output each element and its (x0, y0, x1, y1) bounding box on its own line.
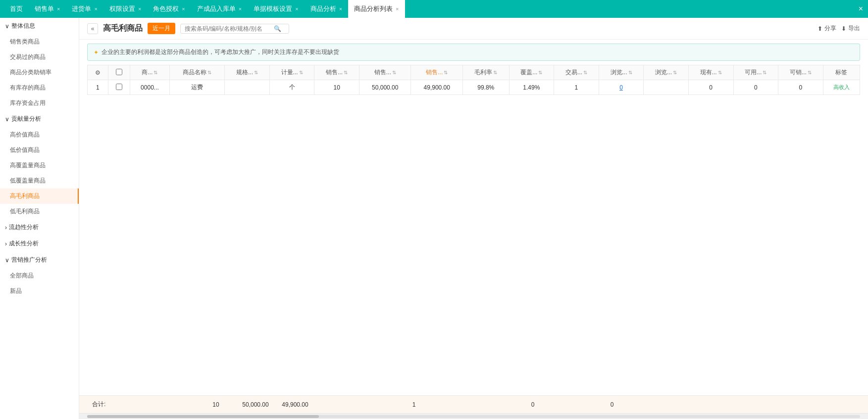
cell-spec (225, 80, 270, 95)
close-all-tabs[interactable]: × (859, 4, 863, 13)
horizontal-scrollbar[interactable] (79, 413, 868, 419)
col-checkbox[interactable] (108, 65, 130, 80)
close-sales-tab[interactable]: × (57, 6, 60, 12)
search-box: 🔍 (180, 24, 289, 34)
footer-browse1 (434, 401, 473, 408)
scrollbar-track[interactable] (87, 415, 860, 418)
nav-home[interactable]: 首页 (4, 0, 29, 18)
col-code[interactable]: 商...⇅ (130, 65, 170, 80)
col-sellable[interactable]: 可销...⇅ (778, 65, 823, 80)
cell-available: 0 (733, 80, 778, 95)
sidebar-item-new-goods[interactable]: 新品 (0, 283, 79, 299)
col-coverage[interactable]: 覆盖...⇅ (509, 65, 554, 80)
cell-sellable: 0 (778, 80, 823, 95)
scrollbar-thumb[interactable] (87, 415, 319, 418)
nav-sales[interactable]: 销售单 × (29, 0, 66, 18)
cell-sales-qty: 10 (314, 80, 359, 95)
col-spec[interactable]: 规格...⇅ (225, 65, 270, 80)
share-icon: ⬆ (817, 25, 822, 32)
close-role-tab[interactable]: × (182, 6, 185, 12)
export-button[interactable]: ⬇ 导出 (841, 24, 860, 33)
sidebar-item-all-goods[interactable]: 全部商品 (0, 268, 79, 283)
col-tag[interactable]: 标签 (823, 65, 860, 80)
cell-index: 1 (88, 80, 108, 95)
select-all-checkbox[interactable] (116, 69, 122, 75)
nav-product-analysis[interactable]: 商品分析 × (305, 0, 348, 18)
content-header: « 高毛利商品 近一月 🔍 ⬆ 分享 ⬇ 导出 (79, 18, 868, 40)
col-browse2[interactable]: 浏览...⇅ (644, 65, 689, 80)
close-permission-tab[interactable]: × (138, 6, 141, 12)
top-nav: 首页 销售单 × 进货单 × 权限设置 × 角色授权 × 产成品入库单 × 单据… (0, 0, 868, 18)
close-template-tab[interactable]: × (295, 6, 298, 12)
sidebar-group-contribution[interactable]: ∨ 贡献量分析 (0, 111, 79, 127)
sidebar-item-stock-capital[interactable]: 库存资金占用 (0, 95, 79, 111)
sidebar-item-low-coverage[interactable]: 低覆盖量商品 (0, 173, 79, 188)
close-analysis-tab[interactable]: × (339, 6, 342, 12)
col-sales-cost[interactable]: 销售...⇅ (411, 65, 463, 80)
close-product-storage-tab[interactable]: × (239, 6, 242, 12)
page-title: 高毛利商品 (103, 23, 143, 34)
cell-trade: 1 (554, 80, 599, 95)
cell-browse2 (644, 80, 689, 95)
search-input[interactable] (185, 25, 274, 32)
nav-purchase[interactable]: 进货单 × (66, 0, 103, 18)
close-purchase-tab[interactable]: × (94, 6, 97, 12)
sidebar-item-high-margin[interactable]: 高毛利商品 (0, 188, 79, 204)
cell-checkbox[interactable] (108, 80, 130, 95)
cell-sales-cost: 49,900.00 (411, 80, 463, 95)
sidebar-group-overall[interactable]: ∨ 整体信息 (0, 18, 79, 34)
col-unit[interactable]: 计量...⇅ (269, 65, 314, 80)
col-settings[interactable]: ⚙ (88, 65, 108, 80)
sidebar-item-high-coverage[interactable]: 高覆盖量商品 (0, 158, 79, 173)
sidebar-item-traded-goods[interactable]: 交易过的商品 (0, 49, 79, 65)
table-container[interactable]: ⚙ 商...⇅ 商品名称⇅ 规格...⇅ 计量...⇅ 销售...⇅ 销售...… (79, 65, 868, 395)
sidebar-group-growth[interactable]: › 成长性分析 (0, 235, 79, 252)
footer-label: 合计: (87, 400, 196, 409)
footer-coverage (355, 401, 394, 408)
sidebar-item-low-margin[interactable]: 低毛利商品 (0, 204, 79, 219)
share-button[interactable]: ⬆ 分享 (817, 24, 836, 33)
footer-current-stock: 0 (513, 401, 553, 408)
close-analysis-list-tab[interactable]: × (396, 6, 399, 12)
nav-role[interactable]: 角色授权 × (147, 0, 191, 18)
cell-unit: 个 (269, 80, 314, 95)
col-sales-qty[interactable]: 销售...⇅ (314, 65, 359, 80)
info-icon: ✦ (94, 49, 99, 56)
cell-code: 0000... (130, 80, 170, 95)
footer-total-bar: 合计: 10 50,000.00 49,900.00 1 0 0 (79, 395, 868, 413)
collapse-sidebar-button[interactable]: « (87, 23, 98, 34)
nav-analysis-list[interactable]: 商品分析列表 × (348, 0, 405, 18)
nav-template[interactable]: 单据模板设置 × (248, 0, 304, 18)
col-available[interactable]: 可用...⇅ (733, 65, 778, 80)
content-area: « 高毛利商品 近一月 🔍 ⬆ 分享 ⬇ 导出 ✦ 企业的主要的利润都是这部 (79, 18, 868, 419)
sidebar-item-category-rate[interactable]: 商品分类助销率 (0, 65, 79, 80)
cell-margin-rate: 99.8% (463, 80, 510, 95)
nav-product-storage[interactable]: 产成品入库单 × (191, 0, 248, 18)
sidebar-item-sales-goods[interactable]: 销售类商品 (0, 34, 79, 49)
footer-sales-amount: 50,000.00 (236, 401, 275, 408)
cell-current-stock: 0 (688, 80, 733, 95)
sidebar-group-flow[interactable]: › 流趋性分析 (0, 219, 79, 235)
footer-browse2 (473, 401, 513, 408)
sidebar-item-in-stock[interactable]: 有库存的商品 (0, 80, 79, 95)
col-name[interactable]: 商品名称⇅ (169, 65, 224, 80)
col-browse1[interactable]: 浏览...⇅ (599, 65, 644, 80)
footer-margin-rate (315, 401, 355, 408)
table-header-row: ⚙ 商...⇅ 商品名称⇅ 规格...⇅ 计量...⇅ 销售...⇅ 销售...… (88, 65, 860, 80)
col-current-stock[interactable]: 现有...⇅ (688, 65, 733, 80)
col-margin-rate[interactable]: 毛利率⇅ (463, 65, 510, 80)
export-icon: ⬇ (841, 25, 846, 32)
cell-browse1[interactable]: 0 (599, 80, 644, 95)
footer-values: 10 50,000.00 49,900.00 1 0 0 (196, 401, 860, 408)
nav-permission[interactable]: 权限设置 × (103, 0, 147, 18)
filter-period-button[interactable]: 近一月 (148, 23, 175, 34)
footer-trade: 1 (394, 401, 434, 408)
col-trade[interactable]: 交易...⇅ (554, 65, 599, 80)
data-table: ⚙ 商...⇅ 商品名称⇅ 规格...⇅ 计量...⇅ 销售...⇅ 销售...… (87, 65, 860, 95)
sidebar-item-high-value[interactable]: 高价值商品 (0, 127, 79, 142)
row-checkbox[interactable] (116, 84, 122, 90)
sidebar-item-low-value[interactable]: 低价值商品 (0, 142, 79, 158)
search-icon[interactable]: 🔍 (274, 25, 281, 32)
col-sales-amount[interactable]: 销售...⇅ (359, 65, 411, 80)
sidebar-group-marketing[interactable]: ∨ 营销推广分析 (0, 252, 79, 268)
